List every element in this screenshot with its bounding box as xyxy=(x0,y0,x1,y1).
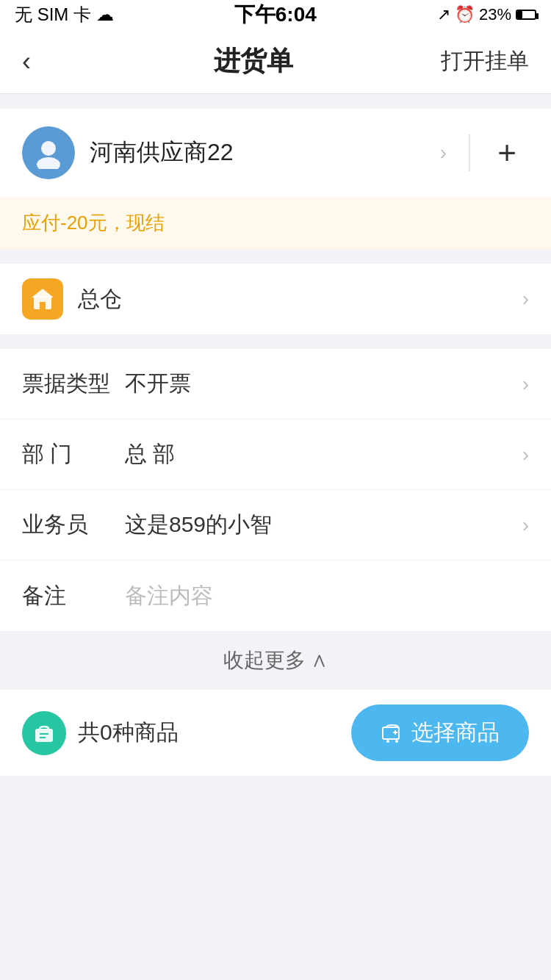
svg-rect-4 xyxy=(40,302,46,309)
ticket-type-row[interactable]: 票据类型 不开票 › xyxy=(0,349,551,419)
sim-status: 无 SIM 卡 ☁ xyxy=(15,3,114,26)
warehouse-icon-bg xyxy=(22,278,63,320)
remark-label: 备注 xyxy=(22,581,125,611)
supplier-name: 河南供应商22 xyxy=(90,137,440,169)
nav-bar: ‹ 进货单 打开挂单 xyxy=(0,29,551,94)
warehouse-row[interactable]: 总仓 › xyxy=(0,264,551,334)
back-button[interactable]: ‹ xyxy=(22,46,66,77)
svg-point-0 xyxy=(41,141,56,156)
svg-point-10 xyxy=(395,740,398,743)
supplier-notice: 应付-20元，现结 xyxy=(0,197,551,249)
select-goods-label: 选择商品 xyxy=(411,718,500,748)
battery-icon xyxy=(516,10,536,20)
salesperson-row[interactable]: 业务员 这是859的小智 › xyxy=(0,490,551,561)
divider-2 xyxy=(0,249,551,264)
warehouse-name: 总仓 xyxy=(78,284,522,314)
ticket-type-value: 不开票 xyxy=(125,369,522,399)
ticket-type-label: 票据类型 xyxy=(22,369,125,399)
form-section: 票据类型 不开票 › 部 门 总 部 › 业务员 这是859的小智 › 备注 备… xyxy=(0,349,551,631)
collapse-bar[interactable]: 收起更多 ∧ xyxy=(0,631,551,690)
select-goods-button[interactable]: 选择商品 xyxy=(351,705,529,761)
open-pending-button[interactable]: 打开挂单 xyxy=(441,46,529,76)
add-supplier-button[interactable]: + xyxy=(485,134,529,171)
supplier-row[interactable]: 河南供应商22 › + xyxy=(0,109,551,197)
supplier-divider xyxy=(469,134,470,171)
department-row[interactable]: 部 门 总 部 › xyxy=(0,419,551,490)
department-chevron-icon: › xyxy=(522,443,529,466)
salesperson-value: 这是859的小智 xyxy=(125,510,522,540)
page-title: 进货单 xyxy=(214,43,293,79)
department-label: 部 门 xyxy=(22,439,125,469)
alarm-icon: ⏰ xyxy=(455,5,475,24)
status-left: 无 SIM 卡 ☁ xyxy=(15,3,114,26)
battery-text: 23% xyxy=(479,5,511,24)
supplier-avatar xyxy=(22,126,75,179)
salesperson-label: 业务员 xyxy=(22,510,125,540)
warehouse-chevron-icon: › xyxy=(522,287,529,311)
svg-rect-5 xyxy=(35,729,53,742)
cart-icon xyxy=(381,721,404,745)
bottom-bar: 共0种商品 选择商品 xyxy=(0,690,551,776)
ticket-type-chevron-icon: › xyxy=(522,372,529,396)
svg-marker-3 xyxy=(32,289,54,298)
status-time: 下午6:04 xyxy=(234,1,317,29)
divider-3 xyxy=(0,334,551,349)
svg-point-9 xyxy=(386,740,389,743)
salesperson-chevron-icon: › xyxy=(522,514,529,537)
goods-icon-bg xyxy=(22,711,66,755)
goods-count-text: 共0种商品 xyxy=(78,718,179,748)
location-icon: ↗ xyxy=(437,5,450,24)
department-value: 总 部 xyxy=(125,439,522,469)
status-bar: 无 SIM 卡 ☁ 下午6:04 ↗ ⏰ 23% xyxy=(0,0,551,29)
supplier-chevron-icon: › xyxy=(440,141,447,165)
gray-area xyxy=(0,776,551,980)
supplier-section: 河南供应商22 › + 应付-20元，现结 xyxy=(0,109,551,249)
remark-placeholder: 备注内容 xyxy=(125,581,529,611)
divider-1 xyxy=(0,94,551,109)
warehouse-section: 总仓 › xyxy=(0,264,551,334)
status-right: ↗ ⏰ 23% xyxy=(437,5,536,24)
svg-point-1 xyxy=(37,157,60,169)
goods-info: 共0种商品 xyxy=(22,711,179,755)
remark-row[interactable]: 备注 备注内容 xyxy=(0,561,551,631)
